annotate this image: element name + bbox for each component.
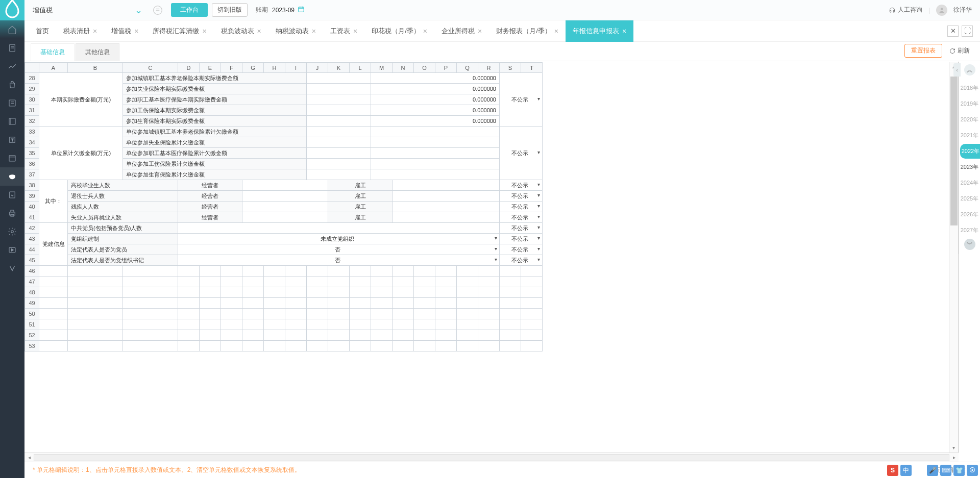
col-header-K[interactable]: K [328, 63, 350, 73]
nav-v-icon[interactable] [0, 259, 24, 278]
row-header[interactable]: 48 [25, 287, 39, 298]
vertical-scrollbar[interactable]: ▴ ▾ [949, 62, 958, 452]
row-header[interactable]: 41 [25, 212, 39, 223]
year-rail-collapse-icon[interactable]: ‹ [953, 63, 961, 77]
year-2021年[interactable]: 2021年 [959, 128, 980, 143]
publish-select[interactable]: 不公示 [500, 223, 543, 234]
username[interactable]: 徐泽华 [953, 6, 972, 14]
row-header[interactable]: 51 [25, 319, 39, 330]
year-2019年[interactable]: 2019年 [959, 96, 980, 111]
publish-select[interactable]: 不公示 [500, 234, 543, 244]
ime-mic-icon[interactable]: 🎤 [927, 465, 938, 476]
ime-keyboard-icon[interactable]: ⌨ [940, 465, 951, 476]
publish-select[interactable]: 不公示 [500, 244, 543, 255]
year-2026年[interactable]: 2026年 [959, 207, 980, 222]
tab-close-all-icon[interactable]: ✕ [947, 26, 959, 37]
row-header[interactable]: 47 [25, 276, 39, 287]
tab-close-icon[interactable]: × [554, 27, 558, 35]
row-header[interactable]: 35 [25, 148, 39, 159]
col-header-S[interactable]: S [500, 63, 521, 73]
col-header-O[interactable]: O [414, 63, 435, 73]
period-value[interactable]: 2023-09 [272, 7, 295, 14]
row-header[interactable]: 32 [25, 116, 39, 127]
col-header-F[interactable]: F [221, 63, 242, 73]
subtab-other[interactable]: 其他信息 [76, 43, 119, 61]
publish-select[interactable]: 不公示 [500, 180, 543, 191]
workbench-button[interactable]: 工作台 [171, 3, 208, 17]
tab-close-icon[interactable]: × [353, 27, 357, 35]
publish-select[interactable]: 不公示 [500, 255, 543, 266]
note-icon[interactable] [151, 3, 165, 17]
row-header[interactable]: 30 [25, 94, 39, 105]
col-header-M[interactable]: M [371, 63, 393, 73]
col-header-P[interactable]: P [435, 63, 457, 73]
tab-expand-icon[interactable]: ⛶ [962, 26, 973, 37]
col-header-D[interactable]: D [178, 63, 200, 73]
tab-纳税波动表[interactable]: 纳税波动表× [268, 20, 323, 42]
tab-close-icon[interactable]: × [257, 27, 261, 35]
tab-close-icon[interactable]: × [423, 27, 427, 35]
tab-首页[interactable]: 首页 [29, 20, 56, 42]
row-header[interactable]: 39 [25, 191, 39, 202]
col-header-G[interactable]: G [242, 63, 264, 73]
publish-select[interactable]: 不公示 [500, 73, 543, 127]
col-header-E[interactable]: E [200, 63, 221, 73]
reset-report-button[interactable]: 重置报表 [904, 44, 942, 58]
nav-print-icon[interactable] [0, 204, 24, 222]
user-avatar-icon[interactable] [936, 5, 947, 16]
row-header[interactable]: 29 [25, 84, 39, 94]
tab-年报信息申报表[interactable]: 年报信息申报表× [566, 20, 633, 42]
row-header[interactable]: 31 [25, 105, 39, 116]
row-header[interactable]: 28 [25, 73, 39, 84]
year-2020年[interactable]: 2020年 [959, 112, 980, 127]
tab-税表清册[interactable]: 税表清册× [56, 20, 104, 42]
row-header[interactable]: 49 [25, 298, 39, 309]
tab-close-icon[interactable]: × [312, 27, 316, 35]
col-header-L[interactable]: L [350, 63, 371, 73]
row-header[interactable]: 45 [25, 255, 39, 266]
row-header[interactable]: 52 [25, 330, 39, 341]
col-header-R[interactable]: R [478, 63, 500, 73]
nav-video-icon[interactable] [0, 241, 24, 259]
col-header-H[interactable]: H [264, 63, 285, 73]
col-header-T[interactable]: T [521, 63, 543, 73]
row-header[interactable]: 43 [25, 234, 39, 244]
nav-settings-icon[interactable] [0, 222, 24, 241]
col-header-B[interactable]: B [68, 63, 123, 73]
year-2018年[interactable]: 2018年 [959, 81, 980, 95]
tab-企业所得税[interactable]: 企业所得税× [434, 20, 489, 42]
tab-工资表[interactable]: 工资表× [323, 20, 364, 42]
publish-select[interactable]: 不公示 [500, 127, 543, 180]
ime-sogou-icon[interactable]: S [887, 465, 898, 476]
nav-list-icon[interactable] [0, 94, 24, 112]
row-header[interactable]: 37 [25, 169, 39, 180]
row-header[interactable]: 38 [25, 180, 39, 191]
refresh-button[interactable]: 刷新 [949, 46, 970, 55]
col-header-Q[interactable]: Q [457, 63, 478, 73]
row-header[interactable]: 34 [25, 137, 39, 148]
row-header[interactable]: 33 [25, 127, 39, 137]
year-2024年[interactable]: 2024年 [959, 175, 980, 190]
account-selector[interactable]: 增值税 [33, 6, 135, 15]
nav-doc-icon[interactable] [0, 39, 24, 57]
nav-stamp-icon[interactable]: T [0, 131, 24, 149]
row-header[interactable]: 40 [25, 202, 39, 212]
tab-close-icon[interactable]: × [202, 27, 206, 35]
publish-select[interactable]: 不公示 [500, 191, 543, 202]
nav-active-icon[interactable] [0, 167, 24, 186]
col-header-J[interactable]: J [307, 63, 328, 73]
year-2023年[interactable]: 2023年 [959, 160, 980, 174]
publish-select[interactable]: 不公示 [500, 202, 543, 212]
year-rail-down-icon[interactable]: ︾ [964, 239, 975, 250]
horizontal-scrollbar[interactable]: ◂ ▸ [24, 452, 959, 462]
tab-财务报表（月/季）[interactable]: 财务报表（月/季）× [489, 20, 566, 42]
year-rail-up-icon[interactable]: ︽ [964, 64, 975, 76]
row-header[interactable]: 42 [25, 223, 39, 234]
row-header[interactable]: 44 [25, 244, 39, 255]
col-header-N[interactable]: N [393, 63, 414, 73]
chevron-down-icon[interactable]: ⌄ [135, 5, 142, 16]
tab-税负波动表[interactable]: 税负波动表× [214, 20, 268, 42]
tab-增值税[interactable]: 增值税× [104, 20, 145, 42]
year-2022年[interactable]: 2022年 [960, 144, 980, 159]
year-2025年[interactable]: 2025年 [959, 191, 980, 206]
